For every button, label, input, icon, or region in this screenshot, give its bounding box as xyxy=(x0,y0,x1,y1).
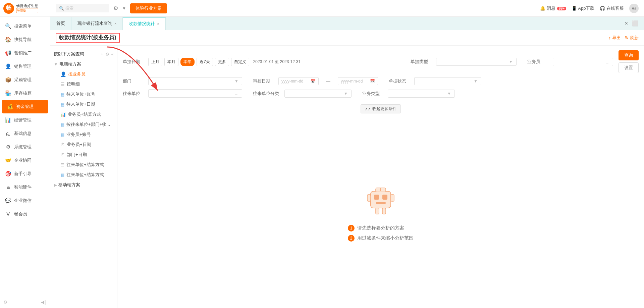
scheme-unit-dept-recv[interactable]: ▦ 按往来单位+部门+收... xyxy=(54,119,117,130)
unit-account-icon: ▦ xyxy=(60,92,64,97)
add-scheme-btn[interactable]: + xyxy=(101,52,103,57)
partner-input[interactable]: ... xyxy=(148,89,242,98)
step-1-num: 1 xyxy=(348,225,355,232)
sidebar-item-marketing[interactable]: 📢 营销推广 xyxy=(0,46,50,60)
sidebar-item-wechat[interactable]: 💬 企业微信 xyxy=(0,194,50,207)
search-icon: 🔍 xyxy=(5,23,11,30)
tab-home[interactable]: 首页 xyxy=(50,17,71,30)
sidebar-item-basic[interactable]: 🗂 基础信息 xyxy=(0,127,50,140)
notifications-btn[interactable]: 🔔 消息 99+ xyxy=(540,5,566,11)
sidebar-item-hardware[interactable]: 🖥 智能硬件 xyxy=(0,181,50,194)
sidebar-item-operations[interactable]: 📊 经营管理 xyxy=(0,113,50,127)
review-date-from[interactable]: yyyy-mm-dd 📅 xyxy=(278,77,319,85)
refresh-icon: ↻ xyxy=(625,35,629,40)
unit-settlement1-icon: ☰ xyxy=(60,162,64,167)
refresh-label: 刷新 xyxy=(630,35,639,41)
online-service-btn[interactable]: 🎧 在线客服 xyxy=(600,5,624,11)
date-btn-7days[interactable]: 近7天 xyxy=(197,58,213,66)
sidebar-item-corp[interactable]: 🤝 企业协同 xyxy=(0,154,50,167)
date-btn-custom[interactable]: 自定义 xyxy=(231,58,249,66)
user-avatar[interactable]: Rit xyxy=(629,4,639,13)
scheme-unit-settlement2[interactable]: ▦ 往来单位+结算方式 xyxy=(54,170,117,180)
maximize-window-btn[interactable]: ⬜ xyxy=(632,20,639,27)
review-date-to[interactable]: yyyy-mm-dd 📅 xyxy=(338,77,378,85)
review-date-from-value: yyyy-mm-dd xyxy=(281,79,303,84)
settings-btn[interactable]: 设置 xyxy=(619,62,639,73)
scheme-unit-settlement1[interactable]: ☰ 往来单位+结算方式 xyxy=(54,160,117,170)
topbar-dropdown-icon[interactable]: ▼ xyxy=(122,6,126,11)
topbar-search-box[interactable]: 🔍 搜索 xyxy=(56,4,109,12)
doc-status-select[interactable]: ▼ xyxy=(414,77,481,85)
sidebar-collapse-btn[interactable]: ◀‖ xyxy=(41,300,47,305)
topbar-right: 🔔 消息 99+ 📱 App下载 🎧 在线客服 Rit xyxy=(540,4,639,13)
sidebar-item-inventory[interactable]: 🏪 库存核算 xyxy=(0,87,50,100)
collapse-label: 收起更多条件 xyxy=(372,106,396,112)
notifications-badge: 99+ xyxy=(557,7,566,10)
close-window-btn[interactable]: × xyxy=(625,20,628,27)
scheme-dept-date[interactable]: ⏱ 部门+日期 xyxy=(54,150,117,160)
query-btn[interactable]: 查询 xyxy=(619,50,639,60)
salesperson-label: 业务员 xyxy=(527,59,547,65)
sidebar-label-basic: 基础信息 xyxy=(14,131,32,137)
sidebar-item-system[interactable]: ⚙ 系统管理 xyxy=(0,140,50,154)
tree-group-mobile-header[interactable]: ▶ 移动端方案 xyxy=(50,180,117,190)
sidebar-item-finance[interactable]: 💰 资金管理 xyxy=(2,100,48,113)
svg-rect-7 xyxy=(382,208,386,214)
date-btn-more[interactable]: 更多 xyxy=(215,58,229,66)
tree-group-desktop-header[interactable]: ▼ 电脑端方案 xyxy=(50,59,117,69)
tab-bank-close[interactable]: × xyxy=(114,21,116,25)
left-panel-header: 按以下方案查询 + ⚙ « xyxy=(50,49,117,59)
svg-rect-6 xyxy=(376,208,379,214)
refresh-btn[interactable]: ↻ 刷新 xyxy=(625,35,639,41)
sidebar-label-guide: 新手引导 xyxy=(14,171,32,177)
hardware-icon: 🖥 xyxy=(5,184,11,191)
sidebar-settings-icon[interactable]: ⚙ xyxy=(3,300,7,305)
tab-receipts[interactable]: 收款情况统计 × xyxy=(123,17,165,30)
date-btn-this-year[interactable]: 本年 xyxy=(180,58,195,66)
salesperson-account-icon: ▦ xyxy=(60,132,64,137)
tree-group-mobile-label: 移动端方案 xyxy=(58,182,80,188)
scheme-by-salesperson[interactable]: 👤 按业务员 xyxy=(54,69,117,79)
sidebar-item-quicknav[interactable]: 🏠 快捷导航 xyxy=(0,33,50,46)
salesperson-input[interactable]: ... xyxy=(553,58,613,66)
date-options-group: 上月 本月 本年 近7天 更多 自定义 2023-01-01 至 2023-12… xyxy=(148,58,301,66)
left-panel-title: 按以下方案查询 xyxy=(54,51,84,57)
salesperson-more-btn[interactable]: ... xyxy=(606,59,609,64)
topbar-gear-icon[interactable]: ⚙ xyxy=(113,5,118,11)
scheme-salesperson-date[interactable]: ⏱ 业务员+日期 xyxy=(54,140,117,150)
dept-label: 部门 xyxy=(123,78,143,84)
sidebar-item-purchase[interactable]: 📦 采购管理 xyxy=(0,73,50,87)
date-btn-this-month[interactable]: 本月 xyxy=(164,58,178,66)
scheme-unit-date[interactable]: ▦ 往来单位+日期 xyxy=(54,99,117,109)
svg-rect-3 xyxy=(376,202,386,204)
collapse-btn[interactable]: ∧∧ 收起更多条件 xyxy=(361,104,401,113)
tab-receipts-close[interactable]: × xyxy=(157,22,159,26)
review-date-from-icon: 📅 xyxy=(311,79,316,84)
partner-category-select[interactable]: ▼ xyxy=(284,90,352,98)
biz-type-label: 业务类型 xyxy=(362,91,382,97)
doc-type-select[interactable]: ▼ xyxy=(436,58,517,66)
sidebar-item-sales[interactable]: 👤 销售管理 xyxy=(0,60,50,73)
date-btn-last-month[interactable]: 上月 xyxy=(148,58,162,66)
app-download-btn[interactable]: 📱 App下载 xyxy=(572,5,594,11)
scheme-unit-account[interactable]: ▦ 往来单位+账号 xyxy=(54,89,117,99)
scheme-salesperson-settlement[interactable]: 📊 业务员+结算方式 xyxy=(54,109,117,119)
tab-bank[interactable]: 现金银行流水查询 × xyxy=(71,17,123,30)
collapse-panel-btn[interactable]: « xyxy=(111,52,114,57)
scheme-settings-btn[interactable]: ⚙ xyxy=(105,52,109,57)
wechat-icon: 💬 xyxy=(5,197,11,204)
logo-name: 畅捷通好生意 xyxy=(16,3,38,8)
trial-btn[interactable]: 体验行业方案 xyxy=(130,3,167,13)
home-icon: 🏠 xyxy=(5,36,11,43)
dept-date-icon: ⏱ xyxy=(60,152,65,157)
sidebar-item-vip[interactable]: Ⅴ 畅会员 xyxy=(0,207,50,221)
scheme-salesperson-account[interactable]: ▦ 业务员+账号 xyxy=(54,130,117,140)
sidebar-nav: 🔍 搜索菜单 🏠 快捷导航 📢 营销推广 👤 销售管理 📦 采购管理 🏪 库存核… xyxy=(0,17,50,296)
biz-type-select[interactable]: ▼ xyxy=(388,90,455,98)
scheme-by-detail[interactable]: ☰ 按明细 xyxy=(54,79,117,89)
sidebar-item-search[interactable]: 🔍 搜索菜单 xyxy=(0,19,50,33)
dept-input[interactable]: ▼ xyxy=(148,77,242,85)
export-btn[interactable]: ↑ 导出 xyxy=(609,35,621,41)
sidebar-item-guide[interactable]: 🎯 新手引导 xyxy=(0,167,50,181)
partner-more-btn[interactable]: ... xyxy=(235,91,238,96)
